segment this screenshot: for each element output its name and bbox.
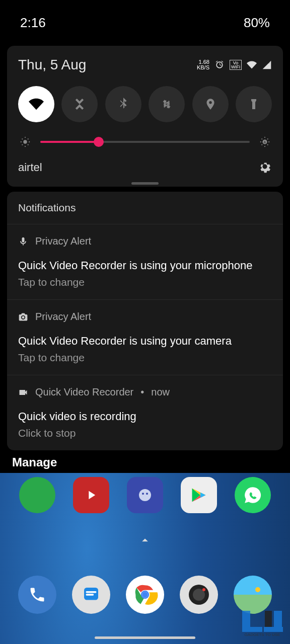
- app-drawer-handle[interactable]: [138, 533, 152, 549]
- gesture-nav-bar[interactable]: [95, 636, 195, 639]
- cell-signal-icon: x: [262, 60, 272, 70]
- notification-subtitle: Tap to change: [18, 352, 272, 364]
- status-battery: 80%: [244, 15, 270, 31]
- brightness-low-icon: [18, 136, 32, 147]
- notification-time: now: [151, 386, 170, 398]
- panel-drag-handle[interactable]: [131, 182, 159, 185]
- settings-button[interactable]: [258, 159, 272, 176]
- videocam-icon: [18, 387, 28, 397]
- status-time: 2:16: [20, 15, 46, 31]
- camera-app-icon[interactable]: [180, 576, 218, 614]
- data-speed: 1.68 KB/S: [197, 59, 209, 70]
- wifi-signal-icon: [247, 60, 257, 70]
- notification-source: Quick Video Recorder: [35, 386, 133, 398]
- svg-point-4: [139, 489, 151, 501]
- svg-text:GADGETS TO USE: GADGETS TO USE: [245, 632, 280, 637]
- notifications-panel: Notifications Privacy Alert Quick Video …: [7, 192, 283, 450]
- notification-item[interactable]: Privacy Alert Quick Video Recorder is us…: [7, 224, 283, 300]
- notification-title: Quick Video Recorder is using your camer…: [18, 335, 272, 348]
- notifications-header: Notifications: [7, 192, 283, 224]
- phone-app-icon[interactable]: [18, 576, 56, 614]
- chrome-app-icon[interactable]: [126, 576, 164, 614]
- qs-toggles-row: [18, 86, 272, 122]
- camera-icon: [18, 312, 28, 322]
- wifi-toggle[interactable]: [18, 86, 54, 122]
- status-icons: 1.68 KB/S VoWiFi x: [197, 59, 272, 70]
- brightness-slider[interactable]: [40, 141, 250, 143]
- svg-point-14: [202, 588, 205, 591]
- data-icon: [160, 98, 173, 111]
- messages-app-icon[interactable]: [72, 576, 110, 614]
- svg-rect-20: [264, 627, 283, 632]
- svg-point-11: [142, 592, 148, 598]
- face-app-icon[interactable]: [127, 477, 163, 513]
- bluetooth-toggle[interactable]: [105, 86, 141, 122]
- chevron-up-icon: [138, 533, 152, 547]
- svg-point-15: [255, 587, 260, 592]
- mobile-data-toggle[interactable]: [149, 86, 185, 122]
- play-store-app-icon[interactable]: [181, 477, 217, 513]
- date-label[interactable]: Thu, 5 Aug: [18, 57, 86, 73]
- svg-point-5: [142, 493, 144, 495]
- flashlight-toggle[interactable]: [236, 86, 272, 122]
- rotate-icon: [72, 97, 87, 111]
- notification-subtitle: Tap to change: [18, 276, 272, 288]
- location-toggle[interactable]: [192, 86, 229, 122]
- brightness-thumb[interactable]: [94, 137, 104, 147]
- notification-source: Privacy Alert: [35, 235, 91, 247]
- svg-rect-17: [242, 627, 262, 632]
- notification-title: Quick video is recording: [18, 410, 272, 423]
- brightness-slider-row: A: [18, 136, 272, 147]
- brightness-auto-icon[interactable]: A: [258, 136, 272, 147]
- svg-point-6: [146, 493, 148, 495]
- whatsapp-app-icon[interactable]: [235, 477, 271, 513]
- wifi-icon: [29, 97, 44, 112]
- status-bar: 2:16 80%: [0, 0, 290, 41]
- svg-text:A: A: [264, 140, 266, 144]
- auto-rotate-toggle[interactable]: [61, 86, 98, 122]
- flashlight-icon: [248, 98, 260, 110]
- notification-subtitle: Click to stop: [18, 427, 272, 439]
- bluetooth-icon: [117, 98, 130, 111]
- notification-source: Privacy Alert: [35, 311, 91, 323]
- watermark: GADGETS TO USE: [240, 607, 285, 639]
- mic-icon: [18, 236, 28, 247]
- gear-icon: [258, 159, 272, 174]
- spotify-app-icon[interactable]: [19, 477, 55, 513]
- notification-item[interactable]: Privacy Alert Quick Video Recorder is us…: [7, 300, 283, 375]
- carrier-label: airtel: [18, 161, 42, 174]
- location-icon: [204, 98, 217, 111]
- alarm-icon: [214, 60, 225, 70]
- manage-button[interactable]: Manage: [12, 455, 278, 469]
- youtube-app-icon[interactable]: [73, 477, 109, 513]
- svg-point-1: [23, 140, 27, 143]
- home-app-row: [0, 477, 290, 513]
- vowifi-icon: VoWiFi: [230, 60, 242, 70]
- notification-title: Quick Video Recorder is using your micro…: [18, 259, 272, 272]
- quick-settings-panel: Thu, 5 Aug 1.68 KB/S VoWiFi x: [7, 46, 283, 187]
- notification-item[interactable]: Quick Video Recorder • now Quick video i…: [7, 375, 283, 450]
